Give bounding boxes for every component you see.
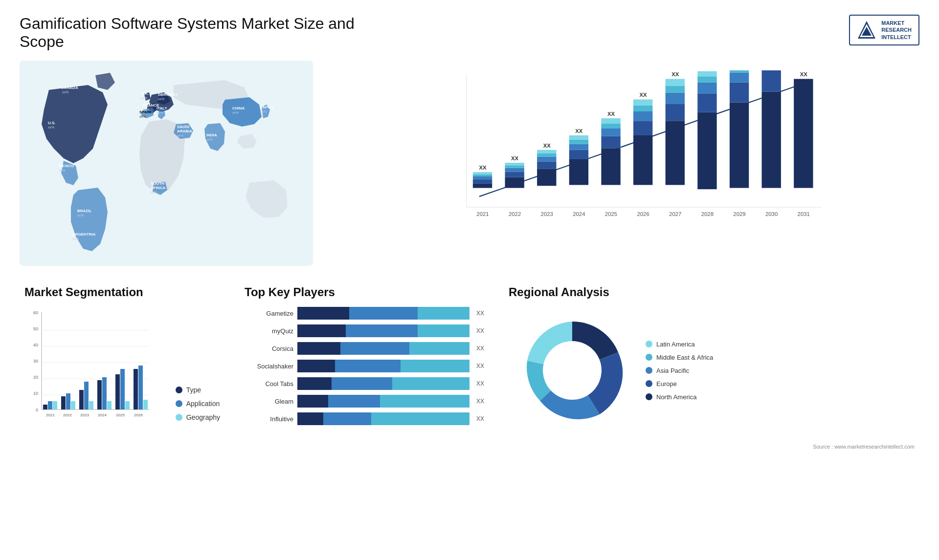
svg-rect-57 bbox=[537, 153, 556, 157]
player-row: GametizeXX bbox=[245, 307, 484, 320]
svg-text:SAUDI: SAUDI bbox=[177, 125, 189, 129]
svg-rect-89 bbox=[697, 112, 716, 190]
regional-section: Regional Analysis bbox=[504, 280, 919, 454]
svg-text:xx%: xx% bbox=[59, 169, 65, 172]
bar-segment bbox=[297, 395, 328, 408]
svg-text:XX: XX bbox=[800, 71, 808, 77]
svg-text:XX: XX bbox=[640, 92, 648, 98]
svg-text:XX: XX bbox=[671, 71, 679, 77]
regional-title: Regional Analysis bbox=[509, 285, 915, 299]
svg-rect-143 bbox=[134, 369, 138, 409]
legend-dot-type bbox=[176, 387, 182, 393]
svg-rect-64 bbox=[569, 140, 588, 144]
svg-text:2030: 2030 bbox=[765, 211, 778, 217]
player-row: GleamXX bbox=[245, 395, 484, 408]
key-players-title: Top Key Players bbox=[245, 285, 484, 299]
svg-rect-61 bbox=[569, 159, 588, 185]
svg-rect-49 bbox=[505, 168, 524, 172]
svg-text:XX: XX bbox=[511, 155, 519, 161]
donut-chart bbox=[509, 307, 636, 434]
bar-segment bbox=[371, 412, 470, 425]
svg-text:0: 0 bbox=[36, 408, 38, 412]
bar-segment bbox=[392, 377, 470, 390]
svg-rect-50 bbox=[505, 165, 524, 168]
bar-segment bbox=[418, 307, 470, 320]
dot-asia-pacific bbox=[646, 367, 652, 374]
bar-segment bbox=[332, 377, 392, 390]
player-bar bbox=[297, 360, 470, 372]
bar-segment bbox=[297, 342, 340, 355]
bar-segment bbox=[340, 342, 409, 355]
svg-text:BRAZIL: BRAZIL bbox=[77, 209, 91, 213]
player-bar bbox=[297, 324, 470, 337]
bottom-section: Market Segmentation 0 10 20 30 40 50 60 bbox=[20, 280, 919, 454]
svg-text:xx%: xx% bbox=[151, 191, 157, 194]
svg-text:U.S.: U.S. bbox=[48, 121, 56, 125]
svg-text:SPAIN: SPAIN bbox=[139, 110, 151, 114]
segmentation-legend: Type Application Geography bbox=[176, 386, 220, 436]
player-name: Influitive bbox=[245, 415, 293, 423]
svg-text:xx%: xx% bbox=[139, 115, 146, 118]
svg-text:XX: XX bbox=[607, 111, 615, 117]
player-value: XX bbox=[476, 363, 484, 369]
svg-rect-72 bbox=[601, 118, 620, 124]
player-bar bbox=[297, 307, 470, 320]
svg-text:20: 20 bbox=[33, 375, 38, 380]
growth-bar-chart: XX 2021 XX 2022 XX 2023 XX 20 bbox=[328, 61, 919, 266]
svg-text:2023: 2023 bbox=[80, 413, 89, 417]
svg-rect-144 bbox=[138, 366, 143, 409]
svg-rect-65 bbox=[569, 135, 588, 140]
bar-segment bbox=[297, 360, 335, 372]
svg-rect-51 bbox=[505, 163, 524, 165]
svg-text:2026: 2026 bbox=[134, 413, 143, 417]
svg-text:2025: 2025 bbox=[605, 211, 617, 217]
svg-rect-93 bbox=[697, 71, 716, 77]
svg-text:10: 10 bbox=[33, 391, 38, 396]
svg-rect-136 bbox=[102, 377, 107, 409]
player-row: Cool TabsXX bbox=[245, 377, 484, 390]
segmentation-title: Market Segmentation bbox=[24, 285, 220, 299]
svg-text:XX: XX bbox=[575, 128, 583, 134]
svg-text:30: 30 bbox=[33, 359, 38, 364]
bar-segment bbox=[323, 412, 372, 425]
svg-rect-102 bbox=[762, 92, 781, 188]
svg-text:xx%: xx% bbox=[156, 111, 163, 114]
player-value: XX bbox=[476, 415, 484, 422]
svg-rect-68 bbox=[601, 148, 620, 185]
svg-text:2028: 2028 bbox=[701, 211, 714, 217]
svg-rect-55 bbox=[537, 161, 556, 169]
svg-text:xx%: xx% bbox=[72, 237, 79, 240]
svg-rect-70 bbox=[601, 129, 620, 136]
svg-rect-127 bbox=[61, 396, 66, 409]
svg-text:2022: 2022 bbox=[63, 413, 72, 417]
svg-rect-56 bbox=[537, 157, 556, 162]
svg-text:2025: 2025 bbox=[116, 413, 125, 417]
svg-rect-96 bbox=[730, 103, 749, 188]
dot-latin-america bbox=[646, 341, 652, 347]
svg-rect-79 bbox=[633, 100, 652, 106]
svg-rect-63 bbox=[569, 144, 588, 150]
segmentation-chart: 0 10 20 30 40 50 60 bbox=[24, 307, 152, 434]
svg-text:2024: 2024 bbox=[98, 413, 107, 417]
svg-rect-58 bbox=[537, 150, 556, 153]
svg-rect-84 bbox=[666, 93, 685, 104]
legend-middle-east-africa: Middle East & Africa bbox=[646, 354, 713, 361]
svg-text:xx%: xx% bbox=[206, 138, 213, 141]
svg-rect-47 bbox=[505, 177, 524, 188]
bar-segment bbox=[349, 307, 418, 320]
legend-latin-america: Latin America bbox=[646, 341, 713, 348]
svg-rect-42 bbox=[473, 176, 492, 179]
logo-icon bbox=[857, 20, 876, 40]
svg-text:INDIA: INDIA bbox=[206, 133, 217, 137]
legend-asia-pacific: Asia Pacific bbox=[646, 367, 713, 374]
svg-text:U.K.: U.K. bbox=[141, 91, 149, 96]
svg-rect-82 bbox=[666, 121, 685, 185]
player-row: myQuizXX bbox=[245, 324, 484, 337]
svg-rect-97 bbox=[730, 83, 749, 103]
logo: MARKET RESEARCH INTELLECT bbox=[849, 15, 919, 45]
svg-text:2023: 2023 bbox=[541, 211, 553, 217]
player-name: Gametize bbox=[245, 310, 293, 317]
svg-rect-125 bbox=[53, 401, 57, 409]
svg-text:xx%: xx% bbox=[232, 111, 239, 114]
legend-dot-application bbox=[176, 400, 182, 407]
